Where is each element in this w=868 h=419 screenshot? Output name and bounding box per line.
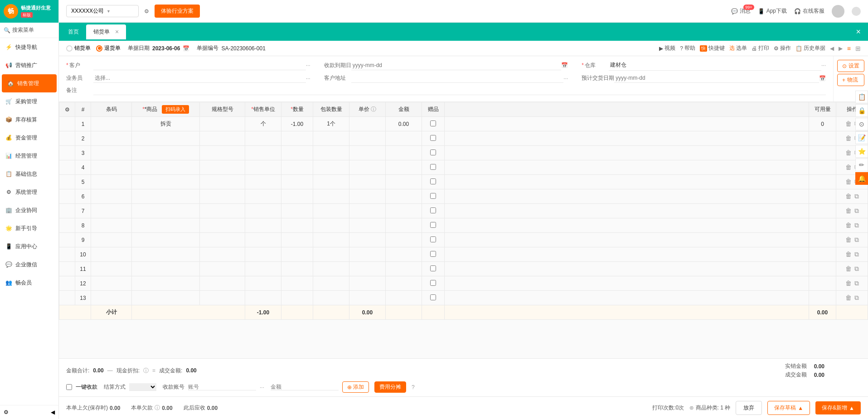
copy-icon[interactable]: ⧉ xyxy=(854,222,859,229)
sidebar-item-enterprise[interactable]: 🏢 企业协同 xyxy=(0,201,58,219)
remark-input[interactable] xyxy=(93,86,826,95)
salesman-input[interactable] xyxy=(93,73,306,83)
th-settings[interactable]: ⚙ xyxy=(59,102,75,117)
td-gift[interactable] xyxy=(422,117,445,131)
gear-settings-icon[interactable]: ⚙ xyxy=(144,8,149,14)
sidebar-item-basic[interactable]: 📋 基础信息 xyxy=(0,165,58,183)
customer-input[interactable] xyxy=(93,61,306,70)
add-payment-button[interactable]: ⊕ 添加 xyxy=(342,381,369,393)
copy-icon[interactable]: ⧉ xyxy=(854,250,859,258)
gift-checkbox[interactable] xyxy=(430,193,436,199)
td-price[interactable] xyxy=(349,117,386,131)
td-spec[interactable] xyxy=(200,117,245,131)
delete-icon[interactable]: 🗑 xyxy=(845,120,852,128)
delete-icon[interactable]: 🗑 xyxy=(845,193,852,200)
gift-checkbox[interactable] xyxy=(430,222,436,228)
prev-icon[interactable]: ◀ xyxy=(830,45,834,52)
right-btn-7[interactable]: 🔔 xyxy=(855,172,868,185)
salesman-more-icon[interactable]: ··· xyxy=(306,75,310,82)
settings-button[interactable]: ⊙ ⊙ 设置 设置 xyxy=(837,60,864,72)
calendar-icon[interactable]: 📅 xyxy=(183,45,189,52)
right-btn-2[interactable]: 🔒 xyxy=(855,104,868,117)
delete-icon[interactable]: 🗑 xyxy=(845,265,852,273)
action-video[interactable]: ▶ 视频 xyxy=(659,44,675,52)
company-selector[interactable]: XXXXXX公司 ▼ xyxy=(66,5,139,17)
customer-addr-input[interactable] xyxy=(351,73,564,83)
user-avatar[interactable] xyxy=(832,5,844,18)
copy-icon[interactable]: ⧉ xyxy=(854,207,859,215)
copy-icon[interactable]: ⧉ xyxy=(854,236,859,244)
logistics-button[interactable]: + 物流 xyxy=(837,74,864,86)
gift-checkbox[interactable] xyxy=(430,164,436,170)
copy-icon[interactable]: ⧉ xyxy=(854,193,859,200)
gift-checkbox[interactable] xyxy=(430,280,436,286)
settings-footer-icon[interactable]: ⚙ xyxy=(4,409,9,415)
save-draft-button[interactable]: 保存草稿 ▲ xyxy=(767,401,810,415)
app-download-btn[interactable]: 📱 App下载 xyxy=(758,7,787,15)
right-btn-1[interactable]: 📋 xyxy=(855,91,868,103)
action-help[interactable]: ? 帮助 xyxy=(680,44,695,52)
radio-sales[interactable]: 销货单 xyxy=(66,44,91,52)
right-btn-4[interactable]: 📝 xyxy=(855,131,868,144)
gift-checkbox[interactable] xyxy=(430,149,436,155)
delete-icon[interactable]: 🗑 xyxy=(845,149,852,157)
account-input[interactable] xyxy=(188,384,256,390)
td-product[interactable]: 拆贡 xyxy=(132,117,200,131)
sidebar-item-system[interactable]: ⚙ 系统管理 xyxy=(0,183,58,201)
copy-icon[interactable]: ⧉ xyxy=(854,279,859,287)
gift-checkbox[interactable] xyxy=(430,236,436,242)
tab-close-icon[interactable]: × xyxy=(115,29,119,35)
discard-button[interactable]: 放弃 xyxy=(736,401,762,415)
fee-help-icon[interactable]: ? xyxy=(412,384,415,390)
price-info-icon[interactable]: ⓘ xyxy=(371,106,376,112)
td-qty[interactable]: -1.00 xyxy=(281,117,313,131)
trial-button[interactable]: 体验行业方案 xyxy=(155,5,200,18)
gift-checkbox[interactable] xyxy=(430,294,436,300)
warehouse-more-icon[interactable]: ··· xyxy=(821,62,826,68)
action-history[interactable]: 📋 历史单据 xyxy=(795,44,825,52)
delete-icon[interactable]: 🗑 xyxy=(845,236,852,244)
sidebar-item-sales[interactable]: 🏠 销售管理 xyxy=(2,74,57,92)
search-menu-item[interactable]: 🔍 视频 搜索菜单 xyxy=(0,23,58,38)
gift-checkbox[interactable] xyxy=(430,135,436,141)
save-new-button[interactable]: 保存&新增 ▲ xyxy=(815,401,861,414)
tab-bar-close-btn[interactable]: × xyxy=(850,27,866,37)
customer-more-icon[interactable]: ··· xyxy=(306,62,310,68)
action-print[interactable]: 🖨 打印 xyxy=(752,44,769,52)
gift-checkbox[interactable] xyxy=(430,207,436,213)
collapse-icon[interactable]: ◀ xyxy=(51,409,55,415)
sidebar-item-purchase[interactable]: 🛒 采购管理 xyxy=(0,92,58,111)
sidebar-item-marketing[interactable]: 📢 营销推广 xyxy=(0,56,58,74)
expected-date-calendar-icon[interactable]: 📅 xyxy=(819,75,826,82)
sidebar-item-inventory[interactable]: 📦 库存核算 xyxy=(0,111,58,129)
message-btn[interactable]: 💬 消息 99+ xyxy=(731,7,751,15)
delete-icon[interactable]: 🗑 xyxy=(845,279,852,287)
right-btn-5[interactable]: ⭐ xyxy=(855,145,868,158)
radio-return[interactable]: 退货单 xyxy=(96,44,121,52)
account-more-icon[interactable]: ··· xyxy=(260,384,264,390)
copy-icon[interactable]: ⧉ xyxy=(854,294,859,302)
grid-view-icon[interactable]: ⊞ xyxy=(855,45,861,52)
fee-split-button[interactable]: 费用分摊 xyxy=(374,381,406,393)
list-view-icon[interactable]: ≡ xyxy=(847,45,851,52)
sidebar-item-quicknav[interactable]: ⚡ 快捷导航 xyxy=(0,38,58,56)
scan-button[interactable]: 扫码录入 xyxy=(162,105,189,114)
right-btn-6[interactable]: ✏ xyxy=(855,159,868,171)
delete-icon[interactable]: 🗑 xyxy=(845,250,852,258)
tab-home[interactable]: 首页 xyxy=(61,24,86,39)
sidebar-item-apps[interactable]: 📱 应用中心 xyxy=(0,237,58,255)
delete-icon[interactable]: 🗑 xyxy=(845,178,852,186)
delete-icon[interactable]: 🗑 xyxy=(845,164,852,171)
addr-more-icon[interactable]: ··· xyxy=(563,75,568,82)
action-select[interactable]: 选 选单 xyxy=(729,44,747,52)
user-avatar2[interactable] xyxy=(852,7,861,16)
next-icon[interactable]: ▶ xyxy=(839,45,843,52)
delete-icon[interactable]: 🗑 xyxy=(845,207,852,215)
sidebar-item-finance[interactable]: 💰 资金管理 xyxy=(0,129,58,147)
current-short-info-icon[interactable]: ⓘ xyxy=(155,404,160,412)
gift-checkbox[interactable] xyxy=(430,265,436,271)
table-scroll-area[interactable]: ⚙ # 条码 **商品 扫码录入 规格型号 xyxy=(59,102,868,358)
online-service-btn[interactable]: 🎧 在线客服 xyxy=(794,7,824,15)
one-click-checkbox[interactable] xyxy=(66,384,72,390)
sidebar-item-member[interactable]: 👥 畅会员 xyxy=(0,274,58,292)
